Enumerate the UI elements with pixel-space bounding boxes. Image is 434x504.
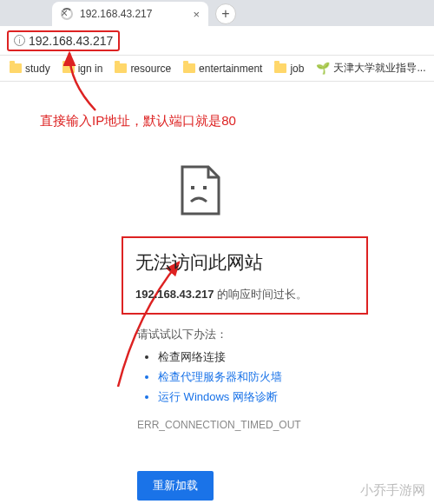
error-page-content: 无法访问此网站 192.168.43.217 的响应时间过长。 请试试以下办法：…	[122, 165, 391, 501]
svg-rect-0	[191, 186, 194, 189]
browser-tab-bar: × 192.168.43.217 × +	[0, 0, 434, 26]
folder-icon	[183, 63, 195, 73]
folder-icon	[10, 63, 22, 73]
suggestion-item: 检查网络连接	[158, 349, 391, 365]
tab-title: 192.168.43.217	[80, 8, 152, 20]
bookmark-label: ign in	[78, 63, 103, 75]
url-text[interactable]: 192.168.43.217	[29, 34, 113, 48]
reload-button[interactable]: 重新加载	[137, 471, 214, 501]
bookmark-folder-resource[interactable]: resource	[110, 60, 175, 77]
close-icon[interactable]: ×	[61, 6, 68, 20]
browser-tab[interactable]: 192.168.43.217 ×	[52, 2, 208, 26]
seedling-icon: 🌱	[316, 62, 330, 75]
suggestion-link-proxy[interactable]: 检查代理服务器和防火墙	[158, 369, 391, 385]
address-highlight-box: i 192.168.43.217	[7, 30, 120, 51]
bookmark-folder-entertainment[interactable]: entertainment	[179, 60, 266, 77]
bookmark-folder-study[interactable]: study	[5, 60, 55, 77]
tab-close-icon[interactable]: ×	[193, 8, 200, 21]
bookmark-folder-signin[interactable]: ign in	[58, 60, 108, 77]
folder-icon	[274, 63, 286, 73]
sad-document-icon	[179, 165, 222, 216]
error-host: 192.168.43.217	[135, 288, 214, 301]
error-highlight-box: 无法访问此网站 192.168.43.217 的响应时间过长。	[122, 236, 368, 315]
folder-icon	[62, 63, 75, 73]
watermark-text: 小乔手游网	[360, 482, 425, 499]
try-label: 请试试以下办法：	[137, 327, 391, 342]
new-tab-button[interactable]: +	[215, 3, 236, 24]
annotation-text: 直接输入IP地址，默认端口就是80	[40, 113, 236, 129]
address-bar: i 192.168.43.217	[0, 26, 434, 56]
suggestion-link-diagnostics[interactable]: 运行 Windows 网络诊断	[158, 389, 391, 405]
error-subtext: 192.168.43.217 的响应时间过长。	[135, 287, 354, 302]
error-suggestions: 请试试以下办法： 检查网络连接 检查代理服务器和防火墙 运行 Windows 网…	[137, 327, 391, 405]
bookmark-label: resource	[130, 63, 171, 75]
folder-icon	[115, 63, 127, 73]
bookmark-label: study	[25, 63, 50, 75]
error-code: ERR_CONNECTION_TIMED_OUT	[137, 419, 391, 431]
error-title: 无法访问此网站	[135, 250, 354, 275]
bookmark-label: entertainment	[199, 63, 262, 75]
error-subtext-suffix: 的响应时间过长。	[214, 288, 307, 301]
bookmarks-bar: study ign in resource entertainment job …	[0, 56, 434, 82]
bookmark-label: job	[290, 63, 304, 75]
bookmark-folder-job[interactable]: job	[270, 60, 308, 77]
bookmark-label: 天津大学就业指导...	[333, 61, 425, 76]
site-info-icon[interactable]: i	[14, 35, 25, 46]
svg-rect-1	[203, 186, 207, 189]
bookmark-link-tju[interactable]: 🌱 天津大学就业指导...	[312, 58, 430, 78]
